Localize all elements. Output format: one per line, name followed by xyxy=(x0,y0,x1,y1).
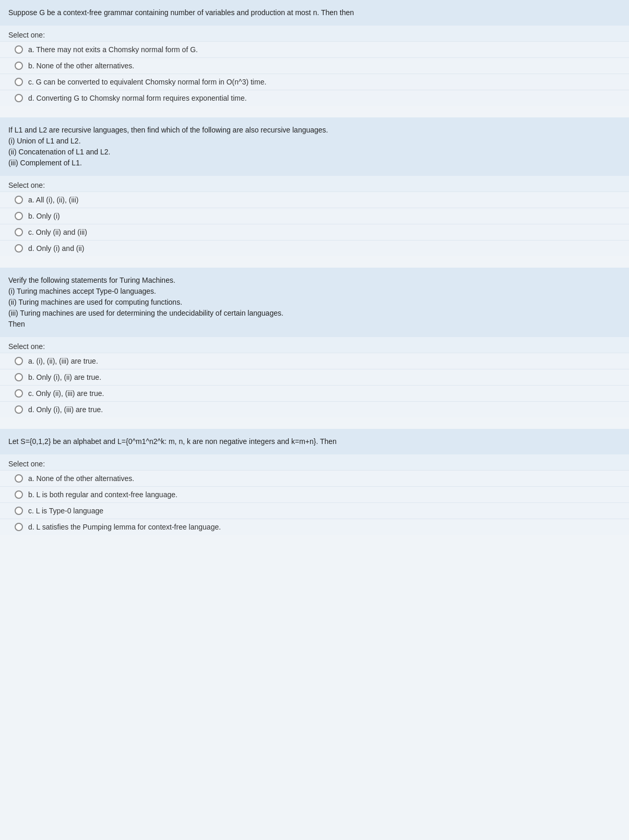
question-text-q4: Let S={0,1,2} be an alphabet and L={0^m1… xyxy=(0,429,629,454)
radio-q3a[interactable] xyxy=(15,357,23,365)
radio-q4c[interactable] xyxy=(15,507,23,515)
select-one-label-q4: Select one: xyxy=(0,454,629,470)
question-block-q3: Verify the following statements for Turi… xyxy=(0,268,629,417)
radio-q2b[interactable] xyxy=(15,212,23,220)
option-text-q4d: d. L satisfies the Pumping lemma for con… xyxy=(28,523,221,531)
option-text-q1d: d. Converting G to Chomsky normal form r… xyxy=(28,94,247,102)
question-text-q1: Suppose G be a context-free grammar cont… xyxy=(0,0,629,26)
option-text-q1b: b. None of the other alternatives. xyxy=(28,62,134,70)
radio-q1d[interactable] xyxy=(15,94,23,102)
option-row-q3b[interactable]: b. Only (i), (ii) are true. xyxy=(0,369,629,385)
quiz-container: Suppose G be a context-free grammar cont… xyxy=(0,0,629,535)
option-text-q4b: b. L is both regular and context-free la… xyxy=(28,490,177,499)
option-text-q4c: c. L is Type-0 language xyxy=(28,507,103,515)
radio-q3d[interactable] xyxy=(15,405,23,414)
option-row-q2b[interactable]: b. Only (i) xyxy=(0,208,629,224)
select-one-label-q3: Select one: xyxy=(0,337,629,353)
radio-q1c[interactable] xyxy=(15,78,23,86)
radio-q1b[interactable] xyxy=(15,62,23,70)
option-text-q3c: c. Only (ii), (iii) are true. xyxy=(28,389,104,398)
option-row-q3c[interactable]: c. Only (ii), (iii) are true. xyxy=(0,385,629,401)
option-text-q2a: a. All (i), (ii), (iii) xyxy=(28,196,78,204)
question-text-q3: Verify the following statements for Turi… xyxy=(0,268,629,337)
option-row-q1d[interactable]: d. Converting G to Chomsky normal form r… xyxy=(0,90,629,106)
option-row-q4c[interactable]: c. L is Type-0 language xyxy=(0,502,629,519)
option-text-q2b: b. Only (i) xyxy=(28,212,60,220)
radio-q2a[interactable] xyxy=(15,196,23,204)
radio-q3b[interactable] xyxy=(15,373,23,381)
option-text-q1c: c. G can be converted to equivalent Chom… xyxy=(28,78,266,86)
radio-q4b[interactable] xyxy=(15,490,23,499)
option-row-q4a[interactable]: a. None of the other alternatives. xyxy=(0,470,629,486)
question-block-q1: Suppose G be a context-free grammar cont… xyxy=(0,0,629,106)
spacer-0 xyxy=(0,110,629,117)
option-text-q3d: d. Only (i), (iii) are true. xyxy=(28,405,103,414)
spacer-1 xyxy=(0,260,629,268)
option-text-q1a: a. There may not exits a Chomsky normal … xyxy=(28,45,198,54)
spacer-2 xyxy=(0,422,629,429)
question-text-q2: If L1 and L2 are recursive languages, th… xyxy=(0,117,629,176)
radio-q4a[interactable] xyxy=(15,474,23,483)
option-row-q1b[interactable]: b. None of the other alternatives. xyxy=(0,57,629,74)
radio-q1a[interactable] xyxy=(15,45,23,54)
radio-q4d[interactable] xyxy=(15,523,23,531)
option-text-q2d: d. Only (i) and (ii) xyxy=(28,244,84,253)
option-row-q3d[interactable]: d. Only (i), (iii) are true. xyxy=(0,401,629,417)
question-block-q2: If L1 and L2 are recursive languages, th… xyxy=(0,117,629,256)
select-one-label-q2: Select one: xyxy=(0,176,629,191)
option-text-q3a: a. (i), (ii), (iii) are true. xyxy=(28,357,98,365)
option-row-q2a[interactable]: a. All (i), (ii), (iii) xyxy=(0,191,629,208)
radio-q3c[interactable] xyxy=(15,389,23,398)
question-block-q4: Let S={0,1,2} be an alphabet and L={0^m1… xyxy=(0,429,629,535)
option-text-q2c: c. Only (ii) and (iii) xyxy=(28,228,87,236)
option-row-q2c[interactable]: c. Only (ii) and (iii) xyxy=(0,224,629,240)
select-one-label-q1: Select one: xyxy=(0,26,629,41)
radio-q2c[interactable] xyxy=(15,228,23,236)
option-row-q4d[interactable]: d. L satisfies the Pumping lemma for con… xyxy=(0,519,629,535)
option-row-q4b[interactable]: b. L is both regular and context-free la… xyxy=(0,486,629,502)
option-text-q4a: a. None of the other alternatives. xyxy=(28,474,134,483)
option-text-q3b: b. Only (i), (ii) are true. xyxy=(28,373,101,381)
option-row-q1a[interactable]: a. There may not exits a Chomsky normal … xyxy=(0,41,629,57)
option-row-q3a[interactable]: a. (i), (ii), (iii) are true. xyxy=(0,353,629,369)
option-row-q1c[interactable]: c. G can be converted to equivalent Chom… xyxy=(0,74,629,90)
option-row-q2d[interactable]: d. Only (i) and (ii) xyxy=(0,240,629,256)
radio-q2d[interactable] xyxy=(15,244,23,253)
